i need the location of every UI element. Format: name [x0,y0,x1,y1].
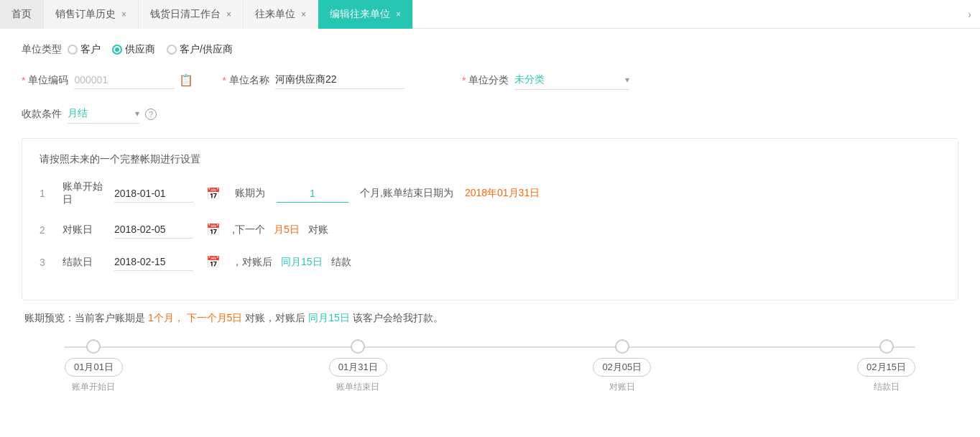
period-row-1-label: 账单开始日 [63,180,106,206]
unit-code-required: * [22,75,25,86]
radio-group-unit-type: 客户 供应商 客户/供应商 [68,43,233,56]
timeline-dot-3 [615,339,629,354]
period-start-date-input[interactable] [114,185,193,203]
payment-term-value: 月结 [68,107,129,120]
period-row-2-highlight: 月5日 [274,224,300,236]
timeline-node-1: 01月01日 账单开始日 [65,339,123,393]
tab-home-label: 首页 [11,8,32,21]
period-row-2: 2 对账日 📅 ,下一个 月5日 对账 [40,221,940,239]
timeline-label-1: 账单开始日 [72,381,115,393]
timeline-badge-2: 01月31日 [329,358,387,377]
period-payment-date-input[interactable] [114,253,193,271]
radio-supplier-circle [112,45,122,55]
preview-suffix: 该客户会给我打款。 [353,312,443,323]
timeline-node-4: 02月15日 结款日 [857,339,915,393]
timeline-badge-1: 01月01日 [65,358,123,377]
unit-code-field: * 单位编码 📋 [22,71,193,89]
unit-code-icon[interactable]: 📋 [179,73,193,87]
unit-name-input[interactable] [275,71,405,89]
preview-highlight-1: 1个月， [148,312,184,323]
period-row-2-label: 对账日 [63,224,106,236]
period-row-2-num: 2 [40,224,54,236]
period-reconcile-calendar-icon[interactable]: 📅 [206,223,221,236]
tab-edit-partner[interactable]: 编辑往来单位 × [318,0,413,29]
tab-partner-label: 往来单位 [255,8,295,21]
period-row-3-label: 结款日 [63,256,106,269]
timeline-badge-3: 02月05日 [593,358,651,377]
period-row-1-num: 1 [40,188,54,199]
period-row-3-suffix: 结款 [331,256,351,269]
timeline-container: 01月01日 账单开始日 01月31日 账单结束日 02月05日 对账日 02月… [22,339,958,393]
tab-home[interactable]: 首页 [0,0,44,29]
period-row-1-suffix: 个月,账单结束日期为 [360,187,453,200]
tab-cash-work-close[interactable]: × [226,9,231,19]
tab-sales-history-label: 销售订单历史 [55,8,116,21]
unit-name-required: * [222,75,226,86]
radio-supplier-label: 供应商 [125,43,155,56]
preview-highlight-2: 下一个月5日 [187,312,243,323]
period-reconcile-date-input[interactable] [114,221,193,239]
unit-name-field: * 单位名称 [222,71,404,89]
unit-category-label: 单位分类 [468,74,509,87]
unit-info-row: * 单位编码 📋 * 单位名称 * 单位分类 未分类 ▾ [22,70,958,90]
period-payment-calendar-icon[interactable]: 📅 [206,255,221,269]
payment-term-row: 收款条件 月结 ▾ ? [22,104,958,124]
timeline-dot-4 [879,339,894,354]
period-box-title: 请按照未来的一个完整帐期进行设置 [40,153,940,166]
payment-term-field: 收款条件 月结 ▾ ? [22,104,157,124]
timeline-badge-4: 02月15日 [857,358,915,377]
timeline-node-3: 02月05日 对账日 [593,339,651,393]
help-icon[interactable]: ? [145,109,157,120]
payment-term-label: 收款条件 [22,108,62,121]
unit-code-label: 单位编码 [28,74,68,87]
unit-category-field: * 单位分类 未分类 ▾ [462,70,629,90]
payment-term-select[interactable]: 月结 ▾ [68,104,139,124]
tab-partner-close[interactable]: × [301,9,306,19]
preview-text: 账期预览：当前客户账期是 1个月， 下一个月5日 对账，对账后 同月15日 该客… [22,312,958,325]
timeline-nodes: 01月01日 账单开始日 01月31日 账单结束日 02月05日 对账日 02月… [65,339,915,393]
period-months-input[interactable] [277,185,348,203]
radio-customer-circle [68,45,78,55]
tab-sales-history-close[interactable]: × [121,9,126,19]
radio-customer-label: 客户 [80,43,101,56]
tab-edit-partner-close[interactable]: × [396,9,401,19]
period-end-date-highlight: 2018年01月31日 [465,187,540,200]
period-start-calendar-icon[interactable]: 📅 [206,187,221,201]
radio-customer[interactable]: 客户 [68,43,101,56]
unit-type-label: 单位类型 [22,43,62,56]
payment-term-arrow-icon: ▾ [135,109,139,119]
preview-middle: 对账，对账后 [245,312,308,323]
period-row-1-prefix: 账期为 [235,187,265,200]
tab-sales-history[interactable]: 销售订单历史 × [44,0,139,29]
period-box: 请按照未来的一个完整帐期进行设置 1 账单开始日 📅 账期为 个月,账单结束日期… [22,138,958,300]
radio-supplier[interactable]: 供应商 [112,43,155,56]
tab-edit-partner-label: 编辑往来单位 [330,8,390,21]
unit-type-row: 单位类型 客户 供应商 客户/供应商 [22,43,958,56]
unit-category-value: 未分类 [514,73,619,86]
tab-cash-work[interactable]: 钱货日清工作台 × [139,0,244,29]
tab-bar: 首页 销售订单历史 × 钱货日清工作台 × 往来单位 × 编辑往来单位 × › [0,0,980,29]
radio-both[interactable]: 客户/供应商 [167,43,233,56]
radio-both-circle [167,45,177,55]
tab-partner[interactable]: 往来单位 × [244,0,318,29]
unit-type-field: 单位类型 客户 供应商 客户/供应商 [22,43,233,56]
unit-name-label: 单位名称 [229,74,269,87]
unit-category-arrow-icon: ▾ [625,75,629,85]
period-row-3: 3 结款日 📅 ，对账后 同月15日 结款 [40,253,940,271]
tab-more-button[interactable]: › [959,0,980,29]
timeline-dot-1 [86,339,101,354]
period-row-3-highlight: 同月15日 [281,256,323,269]
unit-code-input[interactable] [74,71,175,89]
unit-category-required: * [462,75,466,86]
preview-highlight-3: 同月15日 [308,312,350,323]
period-row-2-suffix: 对账 [308,224,328,236]
period-row-2-prefix: ,下一个 [232,224,265,236]
period-row-3-prefix: ，对账后 [232,256,272,269]
preview-prefix: 账期预览：当前客户账期是 [24,312,145,323]
radio-both-label: 客户/供应商 [180,43,233,56]
timeline-label-3: 对账日 [609,381,635,393]
main-content: 单位类型 客户 供应商 客户/供应商 * 单位编码 [0,29,980,437]
tab-cash-work-label: 钱货日清工作台 [150,8,221,21]
unit-category-select[interactable]: 未分类 ▾ [514,70,629,90]
timeline-label-4: 结款日 [874,381,900,393]
